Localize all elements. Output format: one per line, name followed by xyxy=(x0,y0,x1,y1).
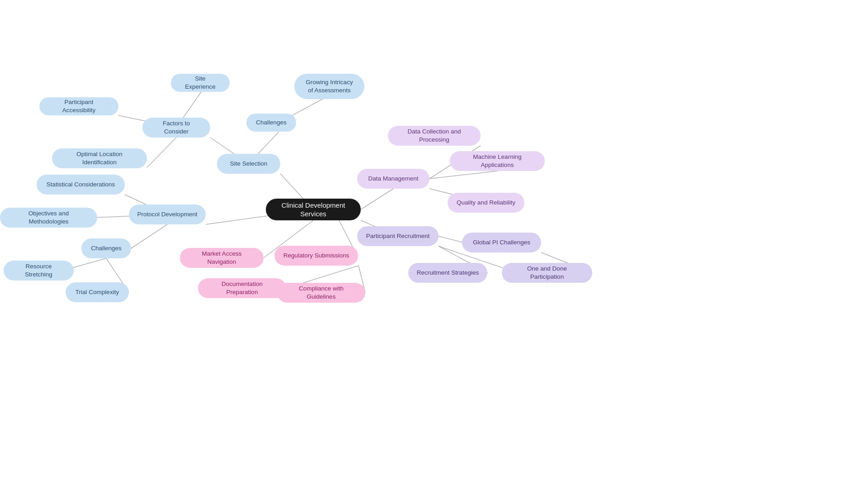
svg-line-2 xyxy=(361,189,393,209)
challenges-site-node: Challenges xyxy=(246,114,296,132)
optimal-location-label: Optimal Location Identification xyxy=(60,150,139,166)
statistical-considerations-label: Statistical Considerations xyxy=(47,181,115,189)
trial-complexity-label: Trial Complexity xyxy=(75,288,119,296)
challenges-site-label: Challenges xyxy=(256,119,287,127)
participant-accessibility-node: Participant Accessibility xyxy=(39,97,118,115)
objectives-methodologies-label: Objectives and Methodologies xyxy=(8,209,89,225)
svg-line-10 xyxy=(147,138,176,167)
recruitment-strategies-label: Recruitment Strategies xyxy=(417,269,479,277)
regulatory-submissions-node: Regulatory Submissions xyxy=(274,246,358,266)
statistical-considerations-node: Statistical Considerations xyxy=(37,175,125,195)
market-access-node: Market Access Navigation xyxy=(180,248,264,268)
one-and-done-label: One and Done Participation xyxy=(510,265,584,281)
data-collection-node: Data Collection and Processing xyxy=(388,126,481,146)
documentation-prep-label: Documentation Preparation xyxy=(206,280,278,296)
factors-label: Factors to Consider xyxy=(151,119,202,135)
global-pi-challenges-label: Global PI Challenges xyxy=(473,238,530,247)
factors-to-consider-node: Factors to Consider xyxy=(142,118,210,138)
site-selection-label: Site Selection xyxy=(230,160,268,168)
one-and-done-node: One and Done Participation xyxy=(502,263,592,283)
compliance-guidelines-label: Compliance with Guidelines xyxy=(285,285,357,300)
svg-line-18 xyxy=(429,171,497,179)
market-access-label: Market Access Navigation xyxy=(188,250,255,266)
quality-reliability-node: Quality and Reliability xyxy=(448,193,524,213)
resource-stretching-label: Resource Stretching xyxy=(12,262,66,278)
optimal-location-node: Optimal Location Identification xyxy=(52,148,147,168)
svg-line-14 xyxy=(131,224,167,248)
documentation-prep-node: Documentation Preparation xyxy=(198,278,286,298)
trial-complexity-node: Trial Complexity xyxy=(66,282,129,302)
data-management-label: Data Management xyxy=(368,175,418,183)
participant-recruitment-label: Participant Recruitment xyxy=(366,232,429,240)
challenges-protocol-node: Challenges xyxy=(81,238,131,258)
growing-intricacy-node: Growing Intricacy of Assessments xyxy=(294,74,364,99)
center-node: Clinical Development Services xyxy=(266,199,361,220)
participant-recruitment-node: Participant Recruitment xyxy=(357,226,439,246)
regulatory-submissions-label: Regulatory Submissions xyxy=(283,252,349,260)
site-experience-label: Site Experience xyxy=(179,75,222,90)
challenges-protocol-label: Challenges xyxy=(91,244,122,252)
quality-reliability-label: Quality and Reliability xyxy=(457,199,515,207)
center-label: Clinical Development Services xyxy=(278,201,348,219)
site-experience-node: Site Experience xyxy=(171,74,230,92)
data-management-node: Data Management xyxy=(357,169,429,189)
machine-learning-label: Machine Learning Applications xyxy=(458,153,537,169)
resource-stretching-node: Resource Stretching xyxy=(4,261,74,281)
protocol-development-label: Protocol Development xyxy=(137,210,198,219)
participant-accessibility-label: Participant Accessibility xyxy=(47,98,110,114)
machine-learning-node: Machine Learning Applications xyxy=(450,151,545,171)
protocol-development-node: Protocol Development xyxy=(129,205,206,224)
growing-intricacy-label: Growing Intricacy of Assessments xyxy=(302,78,356,94)
site-selection-node: Site Selection xyxy=(217,154,280,174)
global-pi-challenges-node: Global PI Challenges xyxy=(462,233,541,252)
compliance-guidelines-node: Compliance with Guidelines xyxy=(277,283,365,303)
recruitment-strategies-node: Recruitment Strategies xyxy=(408,263,487,283)
data-collection-label: Data Collection and Processing xyxy=(396,128,472,143)
objectives-methodologies-node: Objectives and Methodologies xyxy=(0,208,97,228)
